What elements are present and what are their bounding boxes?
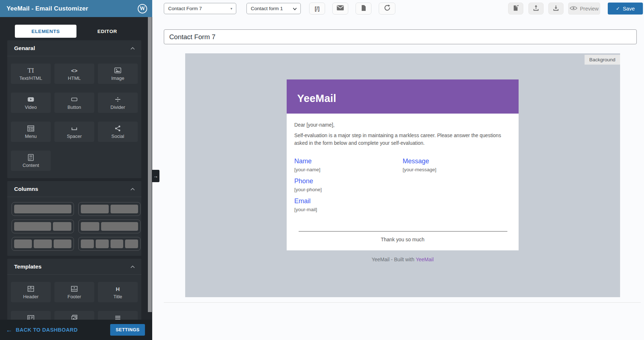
chevron-up-icon[interactable] xyxy=(130,266,135,268)
content-icon xyxy=(27,153,34,161)
section-columns-header[interactable]: Columns xyxy=(7,181,141,197)
preview-button[interactable]: Preview xyxy=(568,3,600,15)
check-icon: ✓ xyxy=(616,6,620,11)
element-content[interactable]: Content xyxy=(11,151,51,171)
template-title-input[interactable] xyxy=(164,29,637,44)
form-select[interactable]: Contact Form 7 ▾ xyxy=(164,3,236,14)
chevron-up-icon[interactable] xyxy=(130,47,135,50)
back-to-dashboard-label: BACK TO DASHBOARD xyxy=(16,327,78,333)
element-label: HTML xyxy=(68,75,80,81)
envelope-icon xyxy=(337,5,344,12)
template-footer[interactable]: Footer xyxy=(54,282,94,302)
email-form-columns[interactable]: Name [your-name] Phone [your-phone] Emai… xyxy=(294,157,511,212)
chevron-down-icon xyxy=(293,6,297,11)
email-body-block[interactable]: Dear [your-name], Self-evaluation is a m… xyxy=(287,114,519,250)
text-html-icon: TI xyxy=(28,66,34,74)
element-divider[interactable]: Divider xyxy=(98,93,138,113)
mail-select[interactable]: Contact form 1 xyxy=(246,3,301,14)
element-video[interactable]: Video xyxy=(11,93,51,113)
email-closing[interactable]: Thank you so much xyxy=(294,237,511,242)
shortcode-icon: [/] xyxy=(315,6,319,12)
element-label: Button xyxy=(67,105,81,110)
field-value-email[interactable]: [your-mail] xyxy=(294,207,403,212)
email-form-left-column: Name [your-name] Phone [your-phone] Emai… xyxy=(294,157,403,212)
email-intro-line: asked in the form below and complete you… xyxy=(294,139,511,147)
field-label-message[interactable]: Message xyxy=(403,157,511,165)
column-layout-one[interactable] xyxy=(12,202,74,216)
shortcode-button[interactable]: [/] xyxy=(309,3,325,15)
email-greeting[interactable]: Dear [your-name], xyxy=(294,121,511,129)
element-text-html[interactable]: TI Text/HTML xyxy=(11,64,51,84)
page-button[interactable] xyxy=(356,3,371,15)
sidebar-tabs: ELEMENTS EDITOR xyxy=(0,17,152,40)
field-value-name[interactable]: [your-name] xyxy=(294,167,403,172)
element-html[interactable]: <> HTML xyxy=(54,64,94,84)
field-value-message[interactable]: [your-message] xyxy=(403,167,511,172)
eye-icon xyxy=(570,6,577,12)
template-label: Header xyxy=(23,294,39,299)
element-social[interactable]: Social xyxy=(98,122,138,142)
column-layout-two[interactable] xyxy=(78,202,141,216)
element-label: Text/HTML xyxy=(20,75,42,81)
section-title: Columns xyxy=(14,186,38,192)
element-spacer[interactable]: Spacer xyxy=(54,122,94,142)
page-icon xyxy=(360,5,367,13)
preview-label: Preview xyxy=(580,6,599,12)
reset-button[interactable] xyxy=(379,3,395,15)
app-title: YeeMail - Email Customizer xyxy=(7,5,88,12)
email-canvas[interactable]: Background YeeMail Dear [your-name], Sel… xyxy=(185,53,620,297)
social-icon xyxy=(114,124,121,132)
arrow-right-icon: → xyxy=(153,173,158,179)
template-label: Footer xyxy=(67,294,81,299)
save-button[interactable]: ✓ Save xyxy=(608,3,643,15)
element-menu[interactable]: Menu xyxy=(11,122,51,142)
background-selector[interactable]: Background xyxy=(585,55,620,65)
content-divider xyxy=(164,302,641,303)
template-header[interactable]: Header xyxy=(11,282,51,302)
email-intro[interactable]: Self-evaluation is a major step in maint… xyxy=(294,132,511,147)
caret-down-icon: ▾ xyxy=(230,7,232,11)
wordpress-icon: W xyxy=(138,4,147,13)
button-icon xyxy=(71,95,78,103)
general-elements-grid: TI Text/HTML <> HTML Image Video xyxy=(7,56,141,178)
credit-text: YeeMail - Built with xyxy=(371,257,414,262)
sidebar-footer: ← BACK TO DASHBOARD SETTINGS xyxy=(0,320,152,340)
image-icon xyxy=(114,66,121,74)
chevron-up-icon[interactable] xyxy=(130,188,135,191)
back-to-dashboard-link[interactable]: ← BACK TO DASHBOARD xyxy=(6,326,78,334)
element-label: Menu xyxy=(25,134,37,139)
template-title[interactable]: H Title xyxy=(98,282,138,302)
email-header-block[interactable]: YeeMail xyxy=(287,79,519,114)
field-label-name[interactable]: Name xyxy=(294,157,403,165)
element-label: Social xyxy=(111,134,124,139)
tab-elements[interactable]: ELEMENTS xyxy=(15,25,76,38)
column-layout-three[interactable] xyxy=(12,237,74,251)
mail-select-value: Contact form 1 xyxy=(251,6,283,11)
divider-icon xyxy=(114,95,121,103)
import-button[interactable] xyxy=(548,3,564,15)
email-card: YeeMail Dear [your-name], Self-evaluatio… xyxy=(287,79,519,250)
settings-button[interactable]: SETTINGS xyxy=(110,324,145,336)
element-label: Video xyxy=(25,105,37,110)
element-image[interactable]: Image xyxy=(98,64,138,84)
sidebar-scrollbar[interactable] xyxy=(148,17,152,312)
tab-editor[interactable]: EDITOR xyxy=(76,25,138,38)
main-area: Contact Form 7 ▾ Contact form 1 [/] xyxy=(152,0,644,340)
import-template-button[interactable] xyxy=(508,3,523,15)
send-test-email-button[interactable] xyxy=(332,3,348,15)
sidebar-collapse-handle[interactable]: → xyxy=(152,170,159,182)
field-label-email[interactable]: Email xyxy=(294,197,403,205)
section-templates-header[interactable]: Templates xyxy=(7,259,141,275)
header-template-icon xyxy=(27,285,34,293)
credit-link[interactable]: YeeMail xyxy=(416,257,433,262)
section-columns: Columns xyxy=(7,181,141,256)
field-label-phone[interactable]: Phone xyxy=(294,177,403,185)
element-button[interactable]: Button xyxy=(54,93,94,113)
field-value-phone[interactable]: [your-phone] xyxy=(294,187,403,192)
column-layout-one-third-two-thirds[interactable] xyxy=(78,220,141,233)
email-divider[interactable] xyxy=(299,231,507,232)
section-general-header[interactable]: Genaral xyxy=(7,40,141,56)
column-layout-two-thirds-one-third[interactable] xyxy=(12,220,74,233)
export-button[interactable] xyxy=(528,3,544,15)
column-layout-four[interactable] xyxy=(78,237,141,251)
